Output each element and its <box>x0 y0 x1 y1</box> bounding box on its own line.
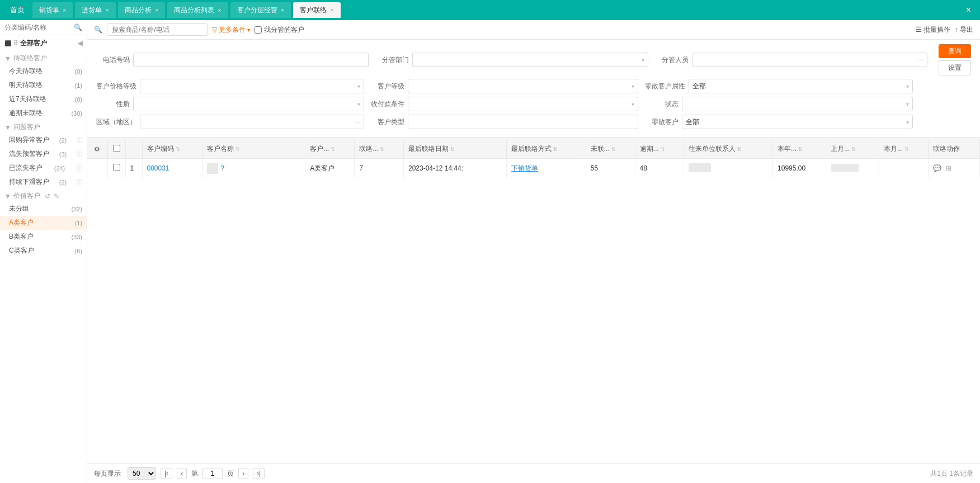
export-btn[interactable]: ↑ 导出 <box>955 25 973 35</box>
retail-attr-value: 全部 <box>692 82 706 91</box>
group-value-label: 价值客户 <box>13 191 40 201</box>
sidebar-search-icon[interactable]: 🔍 <box>74 23 82 31</box>
col-last-month[interactable]: 上月... ⇅ <box>826 140 879 159</box>
repurchase-count: (2) <box>59 137 67 144</box>
nav-home[interactable]: 首页 <box>4 5 30 15</box>
filter-phone-input[interactable] <box>133 53 369 67</box>
action-chat-icon[interactable]: 💬 <box>933 164 941 172</box>
settings-btn[interactable]: 设置 <box>939 60 971 75</box>
sidebar-item-overdue[interactable]: 逾期未联络 (30) <box>0 106 87 120</box>
nav-tab-purchase[interactable]: 进货单 × <box>75 2 115 18</box>
page-size-select[interactable]: 50 20 100 <box>128 467 156 480</box>
last-page-btn[interactable]: ›| <box>253 468 265 479</box>
row-checkbox[interactable] <box>113 164 120 171</box>
b-class-label: B类客户 <box>9 232 34 242</box>
batch-op-btn[interactable]: ☰ 批量操作 <box>916 25 950 35</box>
col-contact-sort: ⇅ <box>380 146 384 152</box>
retail-customer-value: 全部 <box>686 117 699 127</box>
filter-status-select[interactable]: ▾ <box>682 97 913 111</box>
sidebar-item-unclassified[interactable]: 未分组 (32) <box>0 202 87 216</box>
close-purchase-tab[interactable]: × <box>105 7 109 13</box>
close-customer-contact-tab[interactable]: × <box>330 7 333 13</box>
col-unit-contact[interactable]: 往来单位联系人 ⇅ <box>684 140 773 159</box>
filter-payment-select[interactable]: ▾ <box>408 97 639 111</box>
page-input[interactable] <box>202 468 223 479</box>
filter-customer-level-select[interactable]: ▾ <box>408 79 639 93</box>
customer-table-container: ⚙ 客户编码 ⇅ 客户名称 <box>87 140 980 463</box>
my-customer-checkbox-wrap[interactable]: 我分管的客户 <box>255 25 304 35</box>
refresh-icon[interactable]: ↺ <box>45 192 50 200</box>
close-analysis-tab[interactable]: × <box>155 7 158 13</box>
sidebar-item-tomorrow[interactable]: 明天待联络 (1) <box>0 78 87 92</box>
col-category-sort: ⇅ <box>331 146 335 152</box>
region-dots: ··· <box>355 118 360 126</box>
unclassified-label: 未分组 <box>9 204 29 214</box>
close-customer-tier-tab[interactable]: × <box>281 7 284 13</box>
sidebar-item-declining[interactable]: 持续下滑客户 (2) ⓘ <box>0 175 87 189</box>
filter-price-level-select[interactable]: ▾ <box>140 79 364 93</box>
sidebar-item-today[interactable]: 今天待联络 (0) <box>0 64 87 78</box>
filter-retail-attr-select[interactable]: 全部 ▾ <box>689 79 913 93</box>
sidebar-item-b-class[interactable]: B类客户 (33) <box>0 230 87 244</box>
filter-dept-select[interactable]: ▾ <box>412 53 648 67</box>
col-category[interactable]: 客户... ⇅ <box>305 140 355 159</box>
col-this-year[interactable]: 本年... ⇅ <box>773 140 826 159</box>
nav-tab-sales[interactable]: 销货单 × <box>32 2 73 18</box>
nav-tab-analysis[interactable]: 商品分析 × <box>118 2 165 18</box>
close-analysis-list-tab[interactable]: × <box>218 7 221 13</box>
sidebar-collapse-arrow[interactable]: ◀ <box>78 40 82 47</box>
edit-icon[interactable]: ✎ <box>54 192 59 200</box>
last-contact-method-link[interactable]: 下销货单 <box>511 164 538 172</box>
filter-retail-customer-select[interactable]: 全部 ▾ <box>682 115 913 129</box>
sidebar-item-churn-warning[interactable]: 流失预警客户 (3) ⓘ <box>0 147 87 161</box>
filter-customer-type: 客户类型 <box>371 115 639 129</box>
nav-tab-analysis-list[interactable]: 商品分析列表 × <box>167 2 228 18</box>
filter-manager-input[interactable]: ··· <box>692 53 927 67</box>
filter-nature-select[interactable]: ▾ <box>133 97 364 111</box>
close-sales-tab[interactable]: × <box>63 7 66 13</box>
col-settings[interactable]: ⚙ <box>87 140 107 159</box>
filter-customer-level-label: 客户等级 <box>371 82 404 91</box>
col-overdue[interactable]: 逾期... ⇅ <box>635 140 684 159</box>
filter-region-input[interactable]: ··· <box>140 115 364 129</box>
prev-page-btn[interactable]: ‹ <box>177 468 187 479</box>
col-no-contact[interactable]: 未联... ⇅ <box>586 140 635 159</box>
action-qr-icon[interactable]: ⊞ <box>946 164 951 172</box>
sidebar-item-c-class[interactable]: C类客户 (6) <box>0 244 87 258</box>
sidebar-item-repurchase-abnormal[interactable]: 回购异常客户 (2) ⓘ <box>0 133 87 147</box>
sidebar-search-bar: 🔍 <box>0 20 87 35</box>
col-contact[interactable]: 联络... ⇅ <box>355 140 404 159</box>
sidebar-item-7days[interactable]: 近7天待联络 (0) <box>0 92 87 106</box>
sidebar-item-churned[interactable]: 已流失客户 (24) ⓘ <box>0 161 87 175</box>
col-this-month[interactable]: 本月... ⇅ <box>879 140 928 159</box>
sidebar-group-pending[interactable]: ▼ 待联络客户 <box>0 51 87 64</box>
row-code[interactable]: 000031 <box>142 159 202 178</box>
customer-level-chevron: ▾ <box>632 83 634 89</box>
row-action: 💬 ⊞ <box>928 159 979 178</box>
sidebar-group-value[interactable]: ▼ 价值客户 ↺ ✎ <box>0 189 87 202</box>
close-all-btn[interactable]: × <box>962 5 976 15</box>
col-code[interactable]: 客户编码 ⇅ <box>142 140 202 159</box>
next-page-btn[interactable]: › <box>238 468 248 479</box>
filter-search-input[interactable] <box>107 23 208 36</box>
select-all-checkbox[interactable] <box>113 145 120 152</box>
query-btn[interactable]: 查询 <box>939 44 971 58</box>
main-layout: 🔍 ⬛ ⠿ 全部客户 ◀ ▼ 待联络客户 今天待联络 (0) 明天待联络 (1)… <box>0 20 980 483</box>
col-last-contact-date[interactable]: 最后联络日期 ⇅ <box>403 140 506 159</box>
col-last-contact-method[interactable]: 最后联络方式 ⇅ <box>507 140 586 159</box>
sidebar-item-a-class[interactable]: A类客户 (1) <box>0 216 87 230</box>
nav-tab-customer-contact[interactable]: 客户联络 × <box>293 2 340 18</box>
filter-customer-type-select[interactable] <box>408 115 639 129</box>
customer-name-text[interactable]: ? <box>220 164 224 172</box>
row-checkbox-cell <box>107 159 125 178</box>
col-this-month-sort: ⇅ <box>904 146 909 152</box>
all-customers-header[interactable]: ⬛ ⠿ 全部客户 ◀ <box>0 35 87 51</box>
filter-row-1: 电话号码 分管部门 ▾ 分管人员 ··· 查询 设置 <box>96 44 971 75</box>
first-page-btn[interactable]: |‹ <box>161 468 172 479</box>
col-name[interactable]: 客户名称 ⇅ <box>202 140 305 159</box>
my-customer-checkbox[interactable] <box>255 26 262 34</box>
more-conditions-btn[interactable]: ▽ 更多条件 ▾ <box>212 25 250 35</box>
sidebar-group-problem[interactable]: ▼ 问题客户 <box>0 120 87 133</box>
sidebar-search-input[interactable] <box>4 23 72 31</box>
nav-tab-customer-tier[interactable]: 客户分层经营 × <box>230 2 291 18</box>
